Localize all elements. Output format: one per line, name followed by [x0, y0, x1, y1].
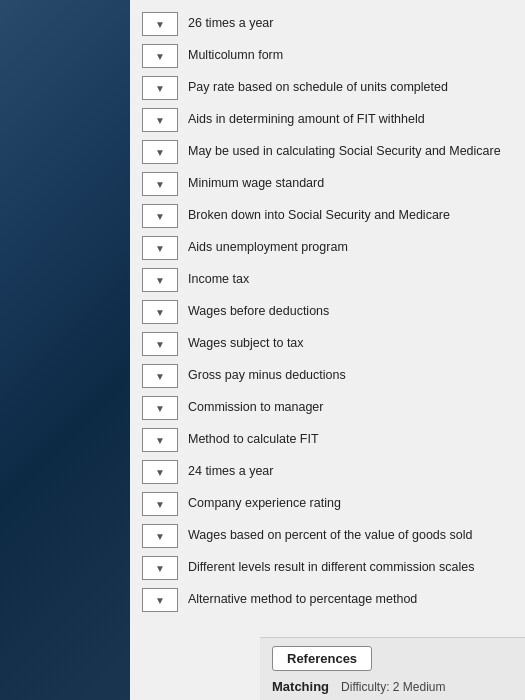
item-text: Gross pay minus deductions [188, 367, 346, 385]
chevron-down-icon: ▼ [155, 467, 165, 478]
quiz-item: ▼May be used in calculating Social Secur… [130, 136, 525, 168]
item-text: Minimum wage standard [188, 175, 324, 193]
quiz-item: ▼Multicolumn form [130, 40, 525, 72]
item-text: Different levels result in different com… [188, 559, 474, 577]
item-text: Wages based on percent of the value of g… [188, 527, 472, 545]
dropdown-box[interactable]: ▼ [142, 556, 178, 580]
sidebar-background [0, 0, 130, 700]
item-text: Commission to manager [188, 399, 323, 417]
chevron-down-icon: ▼ [155, 531, 165, 542]
dropdown-box[interactable]: ▼ [142, 300, 178, 324]
quiz-item: ▼24 times a year [130, 456, 525, 488]
dropdown-box[interactable]: ▼ [142, 204, 178, 228]
chevron-down-icon: ▼ [155, 179, 165, 190]
chevron-down-icon: ▼ [155, 51, 165, 62]
quiz-item: ▼Company experience rating [130, 488, 525, 520]
dropdown-box[interactable]: ▼ [142, 492, 178, 516]
chevron-down-icon: ▼ [155, 563, 165, 574]
dropdown-box[interactable]: ▼ [142, 44, 178, 68]
quiz-items-container: ▼26 times a year▼Multicolumn form▼Pay ra… [130, 8, 525, 616]
chevron-down-icon: ▼ [155, 243, 165, 254]
chevron-down-icon: ▼ [155, 307, 165, 318]
chevron-down-icon: ▼ [155, 499, 165, 510]
chevron-down-icon: ▼ [155, 435, 165, 446]
dropdown-box[interactable]: ▼ [142, 12, 178, 36]
dropdown-box[interactable]: ▼ [142, 268, 178, 292]
quiz-item: ▼Commission to manager [130, 392, 525, 424]
item-text: 24 times a year [188, 463, 273, 481]
quiz-item: ▼Different levels result in different co… [130, 552, 525, 584]
quiz-item: ▼Wages before deductions [130, 296, 525, 328]
dropdown-box[interactable]: ▼ [142, 588, 178, 612]
chevron-down-icon: ▼ [155, 211, 165, 222]
quiz-item: ▼26 times a year [130, 8, 525, 40]
chevron-down-icon: ▼ [155, 83, 165, 94]
item-text: Wages before deductions [188, 303, 329, 321]
matching-label: Matching [272, 679, 329, 694]
chevron-down-icon: ▼ [155, 19, 165, 30]
quiz-item: ▼Method to calculate FIT [130, 424, 525, 456]
references-button[interactable]: References [272, 646, 372, 671]
difficulty-text: Difficulty: 2 Medium [341, 680, 445, 694]
chevron-down-icon: ▼ [155, 339, 165, 350]
quiz-item: ▼Minimum wage standard [130, 168, 525, 200]
chevron-down-icon: ▼ [155, 403, 165, 414]
dropdown-box[interactable]: ▼ [142, 76, 178, 100]
quiz-item: ▼Wages subject to tax [130, 328, 525, 360]
item-text: Wages subject to tax [188, 335, 304, 353]
quiz-item: ▼Income tax [130, 264, 525, 296]
main-content: ▼26 times a year▼Multicolumn form▼Pay ra… [130, 0, 525, 700]
dropdown-box[interactable]: ▼ [142, 236, 178, 260]
dropdown-box[interactable]: ▼ [142, 332, 178, 356]
quiz-item: ▼Alternative method to percentage method [130, 584, 525, 616]
item-text: Income tax [188, 271, 249, 289]
dropdown-box[interactable]: ▼ [142, 140, 178, 164]
chevron-down-icon: ▼ [155, 371, 165, 382]
item-text: 26 times a year [188, 15, 273, 33]
quiz-item: ▼Pay rate based on schedule of units com… [130, 72, 525, 104]
item-text: Multicolumn form [188, 47, 283, 65]
chevron-down-icon: ▼ [155, 115, 165, 126]
dropdown-box[interactable]: ▼ [142, 364, 178, 388]
chevron-down-icon: ▼ [155, 275, 165, 286]
dropdown-box[interactable]: ▼ [142, 108, 178, 132]
item-text: Alternative method to percentage method [188, 591, 417, 609]
dropdown-box[interactable]: ▼ [142, 460, 178, 484]
chevron-down-icon: ▼ [155, 595, 165, 606]
bottom-bar: References Matching Difficulty: 2 Medium [260, 637, 525, 700]
dropdown-box[interactable]: ▼ [142, 396, 178, 420]
item-text: Pay rate based on schedule of units comp… [188, 79, 448, 97]
item-text: Method to calculate FIT [188, 431, 319, 449]
dropdown-box[interactable]: ▼ [142, 524, 178, 548]
quiz-item: ▼Wages based on percent of the value of … [130, 520, 525, 552]
item-text: May be used in calculating Social Securi… [188, 143, 501, 161]
chevron-down-icon: ▼ [155, 147, 165, 158]
quiz-item: ▼Broken down into Social Security and Me… [130, 200, 525, 232]
quiz-item: ▼Gross pay minus deductions [130, 360, 525, 392]
quiz-item: ▼Aids in determining amount of FIT withh… [130, 104, 525, 136]
item-text: Broken down into Social Security and Med… [188, 207, 450, 225]
item-text: Company experience rating [188, 495, 341, 513]
dropdown-box[interactable]: ▼ [142, 172, 178, 196]
dropdown-box[interactable]: ▼ [142, 428, 178, 452]
item-text: Aids in determining amount of FIT withhe… [188, 111, 425, 129]
quiz-item: ▼Aids unemployment program [130, 232, 525, 264]
item-text: Aids unemployment program [188, 239, 348, 257]
